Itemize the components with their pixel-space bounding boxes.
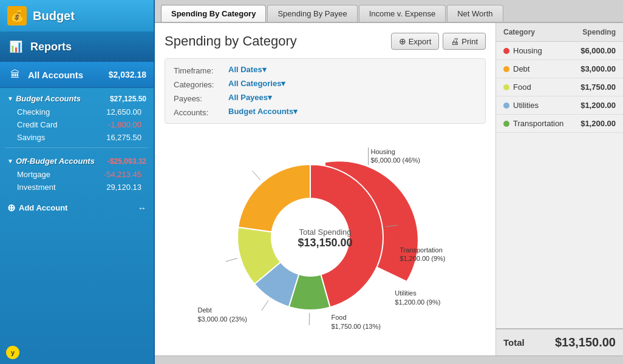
budget-accounts-title: Budget Accounts (16, 94, 81, 103)
legend-dot (503, 103, 509, 109)
housing-callout: Housing $6,000.00 (46%) (368, 147, 420, 165)
payees-filter[interactable]: All Payees▾ (228, 93, 477, 103)
budget-accounts-section: ▼ Budget Accounts $27,125.50 Checking 12… (0, 88, 154, 145)
category-col-header: Category (503, 28, 535, 36)
utilities-callout: Utilities$1,200.00 (9%) (395, 289, 440, 306)
legend-dot (503, 121, 509, 127)
categories-filter[interactable]: All Categories▾ (228, 79, 477, 89)
export-icon: ⊕ (399, 36, 406, 46)
arrows-icon: ↔ (138, 203, 146, 213)
print-button[interactable]: 🖨 Print (443, 33, 486, 50)
legend-item[interactable]: Transportation $1,200.00 (496, 115, 623, 133)
budget-icon: 💰 (7, 6, 27, 25)
investment-account[interactable]: Investment 29,120.13 (7, 181, 146, 194)
tab-spending-by-payee[interactable]: Spending By Payee (267, 5, 357, 22)
scrollbar-area[interactable] (155, 356, 623, 364)
chart-container: Total Spending $13,150.00 Housing $6,000… (165, 131, 486, 346)
add-account-label: Add Account (19, 203, 67, 212)
reports-icon: 📊 (7, 38, 24, 55)
mortgage-account[interactable]: Mortgage -54,213.45 (7, 168, 146, 181)
food-callout: Food$1,750.00 (13%) (332, 313, 381, 331)
timeframe-label: Timeframe: (174, 65, 228, 75)
report-buttons: ⊕ Export 🖨 Print (391, 33, 486, 50)
tab-net-worth[interactable]: Net Worth (447, 5, 503, 22)
budget-label: Budget (33, 9, 75, 23)
export-button[interactable]: ⊕ Export (391, 33, 440, 50)
divider (5, 147, 149, 148)
chevron-icon: ▼ (7, 95, 13, 102)
reports-nav[interactable]: 📊 Reports (0, 32, 154, 62)
off-budget-title: Off-Budget Accounts (16, 157, 95, 166)
legend-dot (503, 66, 509, 72)
report-area: Spending by Category ⊕ Export 🖨 Print Ti… (155, 23, 495, 356)
filters-panel: Timeframe: All Dates▾ Categories: All Ca… (165, 58, 486, 124)
budget-accounts-header[interactable]: ▼ Budget Accounts $27,125.50 (7, 92, 146, 106)
legend-header: Category Spending (496, 23, 623, 42)
budget-nav[interactable]: 💰 Budget (0, 0, 154, 32)
legend-item[interactable]: Utilities $1,200.00 (496, 96, 623, 115)
off-budget-amount: -$25,093.32 (107, 157, 146, 166)
transportation-callout: Transportation$1,200.00 (9%) (400, 246, 445, 263)
legend-dot (503, 48, 509, 54)
donut-chart: Total Spending $13,150.00 Housing $6,000… (210, 141, 441, 335)
checking-account[interactable]: Checking 12,650.00 (7, 106, 146, 118)
off-budget-accounts-section: ▼ Off-Budget Accounts -$25,093.32 Mortga… (0, 150, 154, 195)
legend-total: Total $13,150.00 (496, 328, 623, 356)
accounts-label: Accounts: (174, 107, 228, 117)
add-account-row[interactable]: ⊕ Add Account ↔ (0, 197, 154, 218)
categories-label: Categories: (174, 79, 228, 89)
legend-total-label: Total (503, 337, 525, 348)
accounts-icon: 🏛 (7, 67, 23, 83)
legend-item[interactable]: Housing $6,000.00 (496, 42, 623, 60)
all-accounts-nav[interactable]: 🏛 All Accounts $2,032.18 (0, 62, 154, 88)
payees-label: Payees: (174, 93, 228, 103)
report-header: Spending by Category ⊕ Export 🖨 Print (165, 33, 486, 50)
content-panel: Spending by Category ⊕ Export 🖨 Print Ti… (155, 23, 623, 356)
main-content: Spending By Category Spending By Payee I… (155, 0, 623, 364)
tab-bar: Spending By Category Spending By Payee I… (155, 0, 623, 23)
savings-account[interactable]: Savings 16,275.50 (7, 131, 146, 144)
legend-item[interactable]: Food $1,750.00 (496, 78, 623, 96)
all-accounts-label: All Accounts (28, 70, 83, 80)
legend-total-amount: $13,150.00 (555, 335, 616, 349)
legend-panel: Category Spending Housing $6,000.00 Debt… (495, 23, 623, 356)
legend-item[interactable]: Debt $3,000.00 (496, 60, 623, 78)
add-icon: ⊕ (7, 202, 15, 214)
credit-card-account[interactable]: Credit Card -1,800.00 (7, 118, 146, 131)
report-title: Spending by Category (165, 33, 297, 49)
chevron-icon-2: ▼ (7, 158, 13, 164)
budget-accounts-amount: $27,125.50 (110, 95, 146, 103)
reports-label: Reports (30, 41, 72, 53)
accounts-filter[interactable]: Budget Accounts▾ (228, 107, 477, 117)
legend-dot (503, 84, 509, 90)
legend-items: Housing $6,000.00 Debt $3,000.00 Food $1… (496, 42, 623, 328)
debt-callout: Debt$3,000.00 (23%) (198, 306, 247, 323)
print-icon: 🖨 (451, 36, 459, 46)
off-budget-header[interactable]: ▼ Off-Budget Accounts -$25,093.32 (7, 154, 146, 168)
tab-spending-by-category[interactable]: Spending By Category (161, 5, 266, 22)
yunabi-icon[interactable]: y (6, 346, 19, 359)
all-accounts-amount: $2,032.18 (109, 70, 146, 79)
tab-income-v-expense[interactable]: Income v. Expense (359, 5, 446, 22)
sidebar: 💰 Budget 📊 Reports 🏛 All Accounts $2,032… (0, 0, 155, 364)
timeframe-filter[interactable]: All Dates▾ (228, 65, 477, 75)
spending-col-header: Spending (582, 28, 616, 36)
